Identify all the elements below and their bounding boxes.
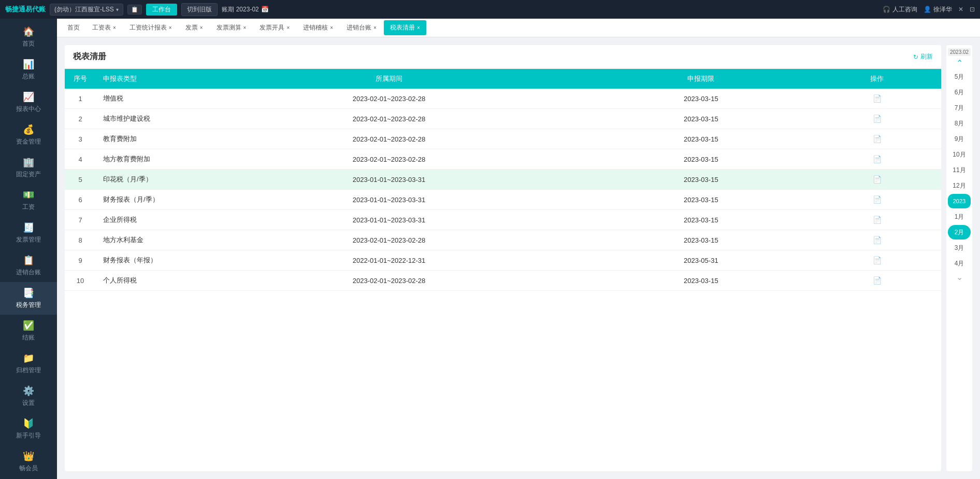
tab-close-salary-stats[interactable]: × [169, 25, 172, 31]
calendar-down-icon[interactable]: ⌄ [956, 272, 963, 282]
cell-deadline: 2023-03-15 [589, 271, 813, 291]
cell-action: 📄 [813, 109, 941, 129]
tab-close-invoice-calc[interactable]: × [243, 25, 247, 31]
sidebar-item-settings[interactable]: ⚙️ 设置 [0, 380, 57, 413]
tab-close-purchase-ledger[interactable]: × [373, 25, 377, 31]
cell-action: 📄 [813, 230, 941, 250]
tab-invoice[interactable]: 发票 × [179, 20, 209, 35]
calendar-month-6[interactable]: 6月 [948, 85, 971, 100]
calendar-current-period: 2023.02 [948, 48, 971, 56]
sidebar-item-guide[interactable]: 🔰 新手引导 [0, 413, 57, 445]
cell-type: 个人所得税 [96, 271, 189, 291]
action-icon[interactable]: 📄 [873, 195, 882, 204]
table-row: 6 财务报表（月/季） 2023-01-01~2023-03-31 2023-0… [65, 190, 941, 210]
tab-purchase-check[interactable]: 进销稽核 × [297, 20, 339, 35]
cell-action: 📄 [813, 89, 941, 109]
cell-type: 城市维护建设税 [96, 109, 189, 129]
sidebar-item-purchase-sales[interactable]: 📋 进销台账 [0, 249, 57, 282]
tab-invoice-issue[interactable]: 发票开具 × [253, 20, 296, 35]
old-version-button[interactable]: 切到旧版 [181, 3, 218, 16]
action-icon[interactable]: 📄 [873, 155, 882, 163]
table-row: 4 地方教育费附加 2023-02-01~2023-02-28 2023-03-… [65, 149, 941, 170]
tab-home[interactable]: 首页 [62, 20, 85, 35]
tab-purchase-ledger[interactable]: 进销台账 × [340, 20, 383, 35]
calendar-month-7[interactable]: 7月 [948, 101, 971, 115]
company-selector[interactable]: (勿动）江西服宜-LSS ▾ [50, 4, 123, 16]
tax-icon: 📑 [23, 287, 34, 299]
sidebar-item-tax[interactable]: 📑 税务管理 [0, 282, 57, 315]
sidebar-label-salary: 工资 [22, 203, 35, 212]
calendar-up-icon[interactable]: ⌃ [956, 58, 963, 68]
calendar-month-11[interactable]: 11月 [948, 163, 971, 177]
sidebar-item-assets[interactable]: 🏢 固定资产 [0, 151, 57, 184]
headset-icon: 🎧 [883, 6, 890, 13]
cell-action: 📄 [813, 149, 941, 170]
content-area: 首页 工资表 × 工资统计报表 × 发票 × 发票测算 × 发票开具 × [57, 19, 980, 479]
refresh-button[interactable]: ↻ 刷新 [913, 52, 933, 61]
member-icon: 👑 [23, 450, 34, 462]
workbench-button[interactable]: 工作台 [146, 4, 177, 16]
tab-close-purchase-check[interactable]: × [330, 25, 333, 31]
ai-consult-button[interactable]: 🎧 人工咨询 [883, 5, 917, 14]
action-icon[interactable]: 📄 [873, 256, 882, 264]
calendar-month-1[interactable]: 1月 [948, 209, 971, 224]
sidebar-item-member[interactable]: 👑 畅会员 [0, 445, 57, 478]
tab-salary-stats[interactable]: 工资统计报表 × [123, 20, 178, 35]
sidebar-item-archive[interactable]: 📁 归档管理 [0, 347, 57, 380]
cell-period: 2023-01-01~2023-03-31 [189, 210, 589, 230]
calendar-month-5[interactable]: 5月 [948, 69, 971, 84]
col-period: 所属期间 [189, 69, 589, 89]
user-menu[interactable]: 👤 徐泽华 [924, 5, 952, 14]
tab-invoice-calc[interactable]: 发票测算 × [210, 20, 253, 35]
col-action: 操作 [813, 69, 941, 89]
tabbar: 首页 工资表 × 工资统计报表 × 发票 × 发票测算 × 发票开具 × [57, 19, 980, 37]
close-icon[interactable]: ✕ [958, 6, 963, 13]
tab-close-salary[interactable]: × [113, 25, 116, 31]
tab-close-invoice-issue[interactable]: × [286, 25, 290, 31]
action-icon[interactable]: 📄 [873, 115, 882, 123]
tab-tax-list[interactable]: 税表清册 × [384, 20, 426, 35]
sidebar-label-tax: 税务管理 [16, 301, 41, 309]
maximize-icon[interactable]: ⊡ [970, 6, 975, 13]
sidebar-item-salary[interactable]: 💵 工资 [0, 184, 57, 217]
action-icon[interactable]: 📄 [873, 94, 882, 103]
cell-action: 📄 [813, 129, 941, 149]
cell-deadline: 2023-03-15 [589, 210, 813, 230]
cell-id: 1 [65, 89, 96, 109]
table-row: 9 财务报表（年报） 2022-01-01~2022-12-31 2023-05… [65, 250, 941, 271]
sidebar-item-invoice[interactable]: 🧾 发票管理 [0, 217, 57, 249]
sidebar-item-reports[interactable]: 📈 报表中心 [0, 86, 57, 119]
calendar-icon[interactable]: 📅 [261, 6, 269, 13]
action-icon[interactable]: 📄 [873, 175, 882, 184]
calendar-year-2023[interactable]: 2023 [948, 194, 971, 208]
action-icon[interactable]: 📄 [873, 216, 882, 224]
calendar-month-12[interactable]: 12月 [948, 178, 971, 193]
copy-button[interactable]: 📋 [127, 5, 142, 15]
tab-close-tax-list[interactable]: × [417, 25, 420, 31]
cell-deadline: 2023-03-15 [589, 89, 813, 109]
sidebar-item-close-accounts[interactable]: ✅ 结账 [0, 315, 57, 347]
action-icon[interactable]: 📄 [873, 276, 882, 285]
sidebar-item-funds[interactable]: 💰 资金管理 [0, 119, 57, 151]
main-layout: 🏠 首页 📊 总账 📈 报表中心 💰 资金管理 🏢 固定资产 💵 工资 🧾 发票… [0, 19, 980, 479]
action-icon[interactable]: 📄 [873, 236, 882, 244]
calendar-month-3[interactable]: 3月 [948, 241, 971, 255]
invoice-icon: 🧾 [23, 222, 34, 233]
sidebar-label-funds: 资金管理 [16, 137, 41, 146]
tab-salary-table[interactable]: 工资表 × [86, 20, 122, 35]
page-content: 税表清册 ↻ 刷新 序号 申报表类型 所属期间 申报期限 操作 [57, 37, 980, 479]
reports-icon: 📈 [23, 91, 34, 103]
cell-type: 财务报表（年报） [96, 250, 189, 271]
calendar-month-10[interactable]: 10月 [948, 147, 971, 162]
sidebar-item-ledger[interactable]: 📊 总账 [0, 53, 57, 86]
calendar-month-8[interactable]: 8月 [948, 116, 971, 131]
tab-close-invoice[interactable]: × [200, 25, 203, 31]
tax-table: 序号 申报表类型 所属期间 申报期限 操作 1 增值税 2023-02-01~2… [65, 69, 941, 291]
calendar-month-9[interactable]: 9月 [948, 132, 971, 146]
calendar-month-2[interactable]: 2月 [948, 225, 971, 240]
col-deadline: 申报期限 [589, 69, 813, 89]
calendar-month-4[interactable]: 4月 [948, 256, 971, 271]
action-icon[interactable]: 📄 [873, 135, 882, 143]
cell-type: 地方水利基金 [96, 230, 189, 250]
sidebar-item-home[interactable]: 🏠 首页 [0, 21, 57, 53]
